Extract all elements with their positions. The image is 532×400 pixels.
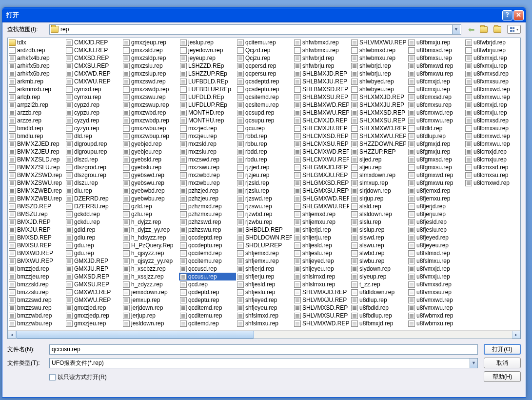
file-item[interactable]: CMXJU.REP [65,46,122,54]
file-item[interactable]: qcditemd.rep [179,304,236,312]
file-item[interactable]: BMSZD.REP [8,202,65,210]
file-item[interactable]: LSHZZUP.REp [179,70,236,78]
file-item[interactable]: CMXSU.REP [65,62,122,70]
file-item[interactable]: slswd.rep [350,234,407,241]
file-item[interactable]: SHLGMXJD.REP [293,163,350,171]
file-item[interactable]: SHZZUP.REP [350,148,407,156]
filetype-combo[interactable]: UFO报表文件(*.rep) ▼ [49,358,478,368]
file-item[interactable]: u8fvmxsu.rep [407,288,464,296]
file-item[interactable]: gdu.rep [65,249,122,257]
file-item[interactable]: shlwbyeu.rep [350,85,407,93]
file-item[interactable]: h_dyjzz_yy.rep [122,226,179,234]
file-item[interactable]: BMXJU.REP [8,226,65,234]
file-item[interactable]: pzhzswu.rep [179,226,236,234]
file-item[interactable]: arkmb.rep [8,78,65,85]
file-item[interactable]: h_xssjzz.rep [122,273,179,280]
file-item[interactable]: slmxdown.rep [350,171,407,179]
file-item[interactable]: slyeup.rep [350,273,407,280]
file-item[interactable]: SHLGMXSU.REP [293,187,350,195]
file-item[interactable]: cyzyd.rep [65,117,122,124]
file-item[interactable]: gmxzwbdp.rep [122,117,179,124]
file-item[interactable]: u8fgmxwd.rep [407,171,464,179]
file-item[interactable]: cymxd.rep [65,85,122,93]
file-item[interactable]: bmzzwbd.rep [8,312,65,320]
file-item[interactable]: mxzswu.rep [179,163,236,171]
file-item[interactable]: GMXSU.REP [65,280,122,288]
file-item[interactable]: qcsdeptu.rep [236,85,293,93]
file-item[interactable]: rjzswd.rep [236,195,293,202]
file-item[interactable]: SHLCMXSU.REP [293,140,350,148]
file-item[interactable]: arlqb.rep [8,93,65,101]
file-item[interactable]: gmxzjedp.rep [65,312,122,320]
file-item[interactable]: bmzzjed.rep [8,265,65,273]
file-item[interactable]: SHLBMXJD.REP [293,70,350,78]
file-item[interactable]: gmxzwbd.rep [122,109,179,117]
file-item[interactable]: shfjemxd.rep [236,249,293,257]
file-item[interactable]: u8lbmxju.rep [464,109,520,117]
file-item[interactable]: rbdu.rep [236,156,293,163]
scroll-right-icon[interactable]: ▸ [512,331,520,339]
file-item[interactable]: u8fbmxjd.rep [350,320,407,327]
file-item[interactable]: h_qjsyzz_yy.rep [122,257,179,265]
horizontal-scrollbar[interactable]: ◂ ▸ [8,330,520,339]
file-item[interactable]: gyebsld.rep [122,156,179,163]
file-item[interactable]: u8fcmxsd.rep [407,93,464,101]
file-item[interactable]: shljeyed.rep [293,257,350,265]
file-item[interactable]: mxzslu.rep [179,148,236,156]
file-item[interactable]: SHLBMXWU.REP [293,109,350,117]
file-item[interactable]: shljemxu.rep [293,218,350,226]
file-item[interactable]: SHLCMXJD.REP [293,117,350,124]
file-item[interactable]: pzhzswd.rep [179,218,236,226]
file-item[interactable]: cypzd.rep [65,101,122,109]
file-item[interactable]: u8dlup.rep [350,296,407,304]
file-item[interactable]: h_dyjzz.rep [122,218,179,226]
file-item[interactable]: u8fjemxd.rep [407,187,464,195]
file-item[interactable]: u8fvmxjd.rep [407,265,464,273]
file-item[interactable]: BMMXZSWD.rep [8,171,65,179]
file-item[interactable]: shfwbrjd.rep [293,54,350,62]
file-item[interactable]: dlu.rep [65,187,122,195]
file-item[interactable]: BMMXZWBD.rep [8,187,65,195]
file-item[interactable]: cyzyu.rep [65,124,122,132]
file-item[interactable]: shlslmxu.rep [293,280,350,288]
file-item[interactable]: jeyeup.rep [179,54,236,62]
file-item[interactable]: SHLVMXJD.REP [293,288,350,296]
file-item[interactable]: u8lbmxsd.rep [464,117,520,124]
file-item[interactable]: shljeyeu.rep [293,265,350,273]
file-item[interactable]: gmxzsldp.rep [122,54,179,62]
file-item[interactable]: slrjup.rep [350,195,407,202]
file-item[interactable]: h_hdsyzz.rep [122,234,179,241]
file-item[interactable]: u8fxmxjd.rep [464,54,520,62]
file-item[interactable]: SHLXMXWD.REP [350,124,407,132]
file-item[interactable]: arzze.rep [8,117,65,124]
file-item[interactable]: gckdu.rep [65,218,122,226]
file-item[interactable]: u8fvmxwd.rep [407,296,464,304]
file-item[interactable]: SHLXMXJD.REP [350,93,407,101]
file-item[interactable]: u8lcmxju.rep [464,156,520,163]
back-icon[interactable]: ⬅ [466,24,476,34]
file-item[interactable]: qcsitemu.rep [236,101,293,109]
file-item[interactable]: LSHZZD.REp [179,62,236,70]
file-item[interactable]: SHLBMXSD.REP [293,85,350,93]
file-item[interactable]: slswu.rep [350,241,407,249]
file-item[interactable]: u8fjeyed.rep [407,234,464,241]
file-item[interactable]: h_xscbzz.rep [122,265,179,273]
file-item[interactable]: rjzsld.rep [236,179,293,187]
file-item[interactable]: gmxzswu.rep [122,93,179,101]
file-item[interactable]: arhkfx6b.rep [8,70,65,78]
file-item[interactable]: u8fbmxwd.rep [407,62,464,70]
file-item[interactable]: BMMXZSLU.rep [8,163,65,171]
look-in-combo[interactable]: rep ▼ [49,24,461,35]
file-item[interactable]: pzhzjeu.rep [179,195,236,202]
file-item[interactable]: SHLVMXWU.REP [350,39,407,46]
file-item[interactable]: qccdeptu.rep [179,241,236,249]
file-item[interactable]: rbbd.rep [236,132,293,140]
file-item[interactable]: rjzwbu.rep [236,218,293,226]
file-item[interactable]: qcitemd.rep [179,320,236,327]
file-item[interactable]: qcsdeptd.rep [236,78,293,85]
file-item[interactable]: BMXWD.REP [8,249,65,257]
file-item[interactable]: CMXWU.REP [65,78,122,85]
file-item[interactable]: LUFDLD.REp [179,93,236,101]
file-item[interactable]: u8lcmxsd.rep [464,163,520,171]
file-item[interactable]: u8fcmxju.rep [407,85,464,93]
